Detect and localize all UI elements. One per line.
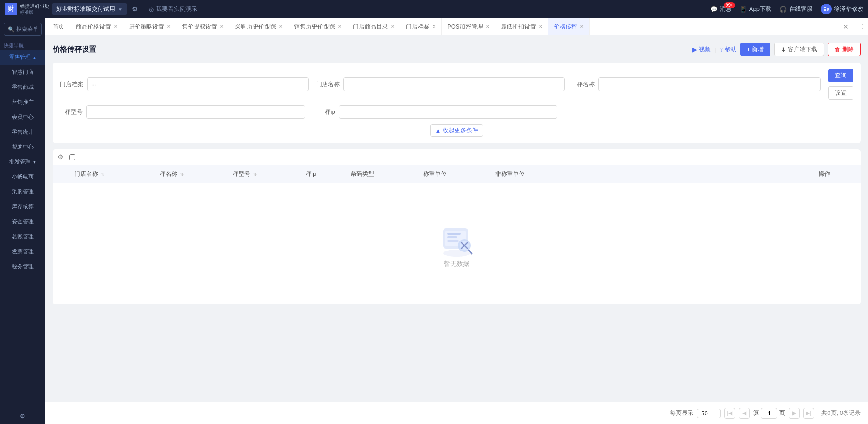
version-selector[interactable]: 好业财标准版交付试用 ▼ [52, 3, 127, 15]
sidebar-item-wholesale[interactable]: 批发管理 ▼ [0, 154, 45, 169]
app-logo-text: 畅捷通好业财 标准版 [20, 3, 50, 15]
sidebar-item-tax[interactable]: 税务管理 [0, 259, 45, 274]
table-settings-icon[interactable]: ⚙ [57, 153, 63, 161]
page-suffix: 页 [779, 409, 785, 417]
th-barcode-type: 条码类型 [345, 165, 418, 183]
scale-model-field: 秤型号 [60, 105, 305, 119]
scale-model-input[interactable] [86, 105, 305, 119]
app-download-btn[interactable]: 📱 App下载 [740, 5, 771, 13]
tab-sale-history[interactable]: 销售历史价跟踪 ✕ [288, 18, 347, 35]
video-link[interactable]: ▶ 视频 [692, 45, 711, 53]
tab-purchase-history[interactable]: 采购历史价跟踪 ✕ [229, 18, 288, 35]
search-icon: 🔍 [8, 26, 15, 33]
chevron-up-icon: ▲ [33, 55, 37, 60]
sort-icon[interactable]: ⇅ [101, 172, 104, 177]
demo-link[interactable]: ◎ 我要看实例演示 [149, 5, 197, 13]
user-name: 徐泽华修改 [834, 5, 863, 13]
close-icon[interactable]: ✕ [338, 24, 341, 29]
online-service-btn[interactable]: 🎧 在线客服 [780, 5, 813, 13]
close-icon[interactable]: ✕ [580, 24, 584, 29]
sidebar-item-retail-stats-label: 零售统计 [12, 128, 34, 136]
sidebar-item-retail[interactable]: 零售管理 ▲ [0, 50, 45, 65]
sidebar-search-area: 🔍 搜索菜单 [0, 18, 45, 40]
tab-commodity-price[interactable]: 商品价格设置 ✕ [70, 18, 123, 35]
tab-bar: 首页 商品价格设置 ✕ 进价策略设置 ✕ 售价提取设置 ✕ 采购历史价跟踪 ✕ … [45, 18, 868, 35]
user-menu[interactable]: Ea 徐泽华修改 [821, 4, 863, 14]
sidebar-item-retail-stats[interactable]: 零售统计 [0, 125, 45, 140]
settings-icon[interactable]: ⚙ [129, 3, 141, 15]
close-icon[interactable]: ✕ [539, 24, 542, 29]
sidebar-item-invoice[interactable]: 发票管理 [0, 244, 45, 259]
sidebar-item-member[interactable]: 会员中心 [0, 110, 45, 125]
tab-purchase-strategy[interactable]: 进价策略设置 ✕ [123, 18, 176, 35]
collapse-btn[interactable]: ▲ 收起更多条件 [430, 124, 483, 137]
select-all-checkbox[interactable] [69, 154, 75, 160]
close-icon[interactable]: ✕ [167, 24, 171, 29]
sort-icon[interactable]: ⇅ [180, 172, 184, 177]
sidebar-item-xiaochangec-label: 小畅电商 [12, 173, 34, 181]
store-name-input[interactable] [343, 77, 565, 91]
tab-purchase-strategy-label: 进价策略设置 [129, 23, 164, 31]
tab-pos-management[interactable]: POS加密管理 ✕ [442, 18, 495, 35]
scale-ip-input[interactable] [339, 105, 558, 119]
sort-icon[interactable]: ⇅ [253, 172, 257, 177]
query-label: 查询 [835, 72, 847, 80]
query-btn[interactable]: 查询 [828, 69, 853, 82]
table-header-row: 门店名称 ⇅ 秤名称 ⇅ 秤型号 ⇅ [53, 165, 861, 183]
tab-price-scale[interactable]: 价格传秤 ✕ [548, 18, 590, 35]
close-icon[interactable]: ✕ [114, 24, 117, 29]
tab-home[interactable]: 首页 [47, 18, 70, 35]
tab-store-archive[interactable]: 门店档案 ✕ [400, 18, 442, 35]
online-service-icon: 🎧 [780, 6, 787, 13]
sidebar-item-smart-store[interactable]: 智慧门店 [0, 65, 45, 80]
download-icon: ⬇ [781, 46, 786, 53]
prev-page-btn[interactable]: ◀ [739, 408, 750, 419]
store-archive-input[interactable]: ··· [87, 77, 309, 91]
sidebar-item-general-ledger[interactable]: 总账管理 [0, 229, 45, 244]
sidebar-item-help[interactable]: 帮助中心 [0, 140, 45, 154]
app-logo: 财 畅捷通好业财 标准版 [5, 3, 50, 15]
chevron-down-icon: ▼ [33, 160, 37, 164]
scale-name-input[interactable] [598, 77, 821, 91]
sidebar-item-online-store[interactable]: 零售商城 [0, 80, 45, 95]
sidebar-item-inventory[interactable]: 库存核算 [0, 199, 45, 214]
close-icon[interactable]: ✕ [432, 24, 436, 29]
close-icon[interactable]: ✕ [279, 24, 283, 29]
close-icon[interactable]: ✕ [486, 24, 489, 29]
th-scale-model: 秤型号 ⇅ [227, 165, 300, 183]
tab-sale-price[interactable]: 售价提取设置 ✕ [176, 18, 229, 35]
sidebar-item-purchase[interactable]: 采购管理 [0, 184, 45, 199]
next-page-btn[interactable]: ▶ [789, 408, 800, 419]
sidebar-item-finance[interactable]: 资金管理 [0, 214, 45, 229]
sidebar-item-marketing[interactable]: 营销推广 [0, 95, 45, 110]
search-menu-label: 搜索菜单 [16, 25, 38, 33]
close-icon[interactable]: ✕ [220, 24, 224, 29]
last-page-btn[interactable]: ▶| [803, 408, 814, 419]
notification-btn[interactable]: 💬 消息 99+ [710, 5, 731, 13]
maximize-tab-btn[interactable]: ⛶ [853, 20, 866, 34]
tab-min-discount[interactable]: 最低折扣设置 ✕ [495, 18, 548, 35]
sidebar-settings-btn[interactable]: ⚙ [0, 408, 45, 424]
th-scale-ip: 秤ip [300, 165, 345, 183]
page-input[interactable] [761, 408, 777, 419]
delete-btn[interactable]: 🗑 删除 [828, 43, 861, 56]
sidebar-item-wholesale-label: 批发管理 ▼ [9, 158, 37, 166]
first-page-btn[interactable]: |◀ [724, 408, 735, 419]
delete-icon: 🗑 [834, 46, 840, 53]
search-menu-btn[interactable]: 🔍 搜索菜单 [4, 23, 42, 36]
form-row-2: 秤型号 秤ip [60, 105, 853, 119]
tab-store-catalog[interactable]: 门店商品目录 ✕ [347, 18, 400, 35]
sidebar-item-inventory-label: 库存核算 [12, 203, 34, 211]
sidebar-item-xiaochangec[interactable]: 小畅电商 [0, 169, 45, 184]
close-icon[interactable]: ✕ [391, 24, 395, 29]
no-data-illustration [436, 219, 477, 260]
table-toolbar: ⚙ [53, 149, 861, 165]
close-tab-btn[interactable]: ✕ [839, 20, 853, 34]
page-header: 价格传秤设置 ▶ 视频 | ? 帮助 + 新增 ⬇ [53, 43, 861, 56]
page-size-select[interactable]: 10 20 50 100 [697, 409, 721, 418]
notification-icon: 💬 [710, 6, 717, 13]
help-link[interactable]: ? 帮助 [720, 45, 736, 53]
settings-btn[interactable]: 设置 [828, 86, 853, 100]
add-btn[interactable]: + 新增 [740, 43, 770, 56]
download-btn[interactable]: ⬇ 客户端下载 [774, 43, 824, 56]
